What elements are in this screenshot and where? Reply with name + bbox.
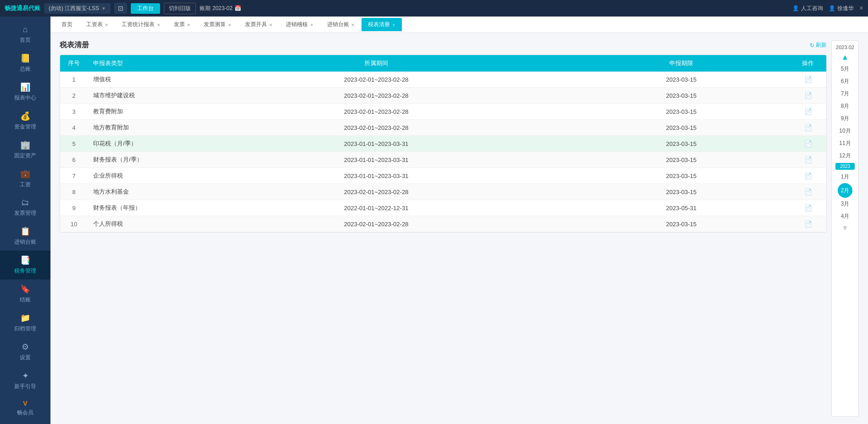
sidebar-item-settlement[interactable]: 🔖 结账 xyxy=(0,279,50,308)
sidebar-label-invoice: 发票管理 xyxy=(14,209,36,217)
invoice-icon: 🗂 xyxy=(21,198,29,207)
sidebar-item-report[interactable]: 📊 报表中心 xyxy=(0,78,50,106)
cal-month-3[interactable]: 3月 xyxy=(834,198,857,210)
cal-month-11[interactable]: 11月 xyxy=(834,137,857,150)
ai-consult-label: 人工咨询 xyxy=(801,5,823,12)
cell-period-3: 2023-02-01~2023-02-28 xyxy=(179,120,573,136)
cal-year-badge: 2023 xyxy=(835,163,855,170)
action-icon-8[interactable]: 📄 xyxy=(804,204,812,212)
sidebar-item-purchase[interactable]: 📋 进销台账 xyxy=(0,222,50,251)
sidebar-label-settings: 设置 xyxy=(20,354,31,362)
period-value: 2023-02 xyxy=(212,5,233,11)
sidebar-label-home: 首页 xyxy=(20,36,31,44)
table-row: 3 教育费附加 2023-02-01~2023-02-28 2023-03-15… xyxy=(60,104,826,120)
calendar-icon[interactable]: 📅 xyxy=(234,5,241,11)
cal-month-6[interactable]: 6月 xyxy=(834,75,857,88)
user-profile[interactable]: 👤 徐逢华 xyxy=(829,5,854,12)
sidebar-item-settings[interactable]: ⚙ 设置 xyxy=(0,337,50,366)
copy-icon-btn[interactable]: ⊡ xyxy=(114,3,127,14)
cal-month-9[interactable]: 9月 xyxy=(834,112,857,125)
action-icon-5[interactable]: 📄 xyxy=(804,156,812,163)
user-name: 徐逢华 xyxy=(837,5,854,12)
cal-month-10[interactable]: 10月 xyxy=(834,125,857,137)
sidebar-item-invoice[interactable]: 🗂 发票管理 xyxy=(0,193,50,222)
refresh-button[interactable]: ↻ 刷新 xyxy=(810,41,827,49)
action-icon-2[interactable]: 📄 xyxy=(804,108,812,115)
ai-consult-btn[interactable]: 👤 人工咨询 xyxy=(792,5,823,12)
tab-salary-table[interactable]: 工资表 × xyxy=(80,18,114,31)
tab-purchase-check-close[interactable]: × xyxy=(310,22,313,28)
cell-period-5: 2023-01-01~2023-03-31 xyxy=(179,152,573,168)
tab-invoice-open-close[interactable]: × xyxy=(269,22,272,28)
action-icon-1[interactable]: 📄 xyxy=(804,92,812,99)
tab-salary-report-close[interactable]: × xyxy=(157,22,160,28)
sidebar-item-archive[interactable]: 📁 归档管理 xyxy=(0,308,50,337)
main-layout: ⌂ 首页 📒 总账 📊 报表中心 💰 资金管理 🏢 固定资产 💼 工资 🗂 发票… xyxy=(0,17,868,424)
tab-home[interactable]: 首页 xyxy=(55,18,79,31)
cell-type-5: 财务报表（月/季） xyxy=(88,152,179,168)
cancel-pin-btn[interactable]: 📌 取消固定 xyxy=(0,421,50,424)
cal-nav-up[interactable]: ▲ xyxy=(841,52,849,63)
cal-month-2-active[interactable]: 2月 xyxy=(838,183,852,198)
cell-no-3: 4 xyxy=(60,120,88,136)
cal-month-7[interactable]: 7月 xyxy=(834,88,857,100)
tax-table: 序号 申报表类型 所属期间 申报期限 操作 1 增值税 2023-02-01~2… xyxy=(60,55,826,232)
switch-old-button[interactable]: 切到旧版 xyxy=(164,3,196,14)
sidebar-label-report: 报表中心 xyxy=(14,94,36,102)
sidebar-item-fixed-asset[interactable]: 🏢 固定资产 xyxy=(0,135,50,164)
cell-action-7: 📄 xyxy=(790,184,826,200)
tab-invoice-label: 发票 xyxy=(174,21,185,28)
tab-purchase-ledger-close[interactable]: × xyxy=(351,22,354,28)
tab-purchase-ledger[interactable]: 进销台账 × xyxy=(321,18,361,31)
sidebar-item-home[interactable]: ⌂ 首页 xyxy=(0,20,50,49)
tab-salary-report[interactable]: 工资统计报表 × xyxy=(115,18,166,31)
cal-month-5[interactable]: 5月 xyxy=(834,63,857,75)
cal-month-4[interactable]: 4月 xyxy=(834,210,857,223)
tab-invoice-calc[interactable]: 发票测算 × xyxy=(197,18,237,31)
tab-invoice-open[interactable]: 发票开具 × xyxy=(239,18,278,31)
sidebar-item-guide[interactable]: ✦ 新手引导 xyxy=(0,366,50,395)
action-icon-0[interactable]: 📄 xyxy=(804,76,812,83)
action-icon-3[interactable]: 📄 xyxy=(804,124,812,131)
cal-nav-down[interactable]: ▼ xyxy=(841,223,849,234)
action-icon-4[interactable]: 📄 xyxy=(804,140,812,147)
sidebar-item-fund[interactable]: 💰 资金管理 xyxy=(0,106,50,135)
close-window-icon[interactable]: × xyxy=(859,4,863,12)
company-selector[interactable]: (勿动) 江西服宝-LSS ▼ xyxy=(44,3,111,14)
archive-icon: 📁 xyxy=(20,313,30,323)
tab-salary-table-close[interactable]: × xyxy=(105,22,108,28)
workbench-button[interactable]: 工作台 xyxy=(131,3,160,14)
top-bar-right: 👤 人工咨询 👤 徐逢华 × xyxy=(792,4,863,12)
sidebar-item-ledger[interactable]: 📒 总账 xyxy=(0,49,50,78)
sidebar: ⌂ 首页 📒 总账 📊 报表中心 💰 资金管理 🏢 固定资产 💼 工资 🗂 发票… xyxy=(0,17,50,424)
cal-header-year: 2023.02 xyxy=(836,43,854,52)
tab-tax-list[interactable]: 税表清册 × xyxy=(362,18,401,31)
sidebar-item-salary[interactable]: 💼 工资 xyxy=(0,164,50,193)
tax-icon: 📑 xyxy=(20,255,30,265)
cell-action-6: 📄 xyxy=(790,168,826,184)
cell-deadline-0: 2023-03-15 xyxy=(573,72,790,88)
cell-deadline-9: 2023-03-15 xyxy=(573,216,790,232)
cell-no-9: 10 xyxy=(60,216,88,232)
action-icon-7[interactable]: 📄 xyxy=(804,188,812,195)
cal-month-1[interactable]: 1月 xyxy=(834,171,857,183)
sidebar-item-member[interactable]: V 畅会员 xyxy=(0,395,50,421)
action-icon-9[interactable]: 📄 xyxy=(804,220,812,228)
cal-month-12[interactable]: 12月 xyxy=(834,150,857,162)
cell-type-7: 地方水利基金 xyxy=(88,184,179,200)
tab-invoice-calc-close[interactable]: × xyxy=(228,22,231,28)
tab-invoice[interactable]: 发票 × xyxy=(167,18,196,31)
cell-no-0: 1 xyxy=(60,72,88,88)
tab-invoice-close[interactable]: × xyxy=(187,22,190,28)
cal-month-8[interactable]: 8月 xyxy=(834,100,857,112)
cell-period-7: 2023-02-01~2023-02-28 xyxy=(179,184,573,200)
cell-type-4: 印花税（月/季） xyxy=(88,136,179,152)
sidebar-item-tax[interactable]: 📑 税务管理 xyxy=(0,251,50,279)
tab-tax-list-close[interactable]: × xyxy=(392,22,395,28)
cell-no-6: 7 xyxy=(60,168,88,184)
cell-deadline-5: 2023-03-15 xyxy=(573,152,790,168)
settings-icon: ⚙ xyxy=(22,342,29,352)
tab-purchase-check[interactable]: 进销稽核 × xyxy=(279,18,319,31)
action-icon-6[interactable]: 📄 xyxy=(804,172,812,179)
cell-period-6: 2023-01-01~2023-03-31 xyxy=(179,168,573,184)
